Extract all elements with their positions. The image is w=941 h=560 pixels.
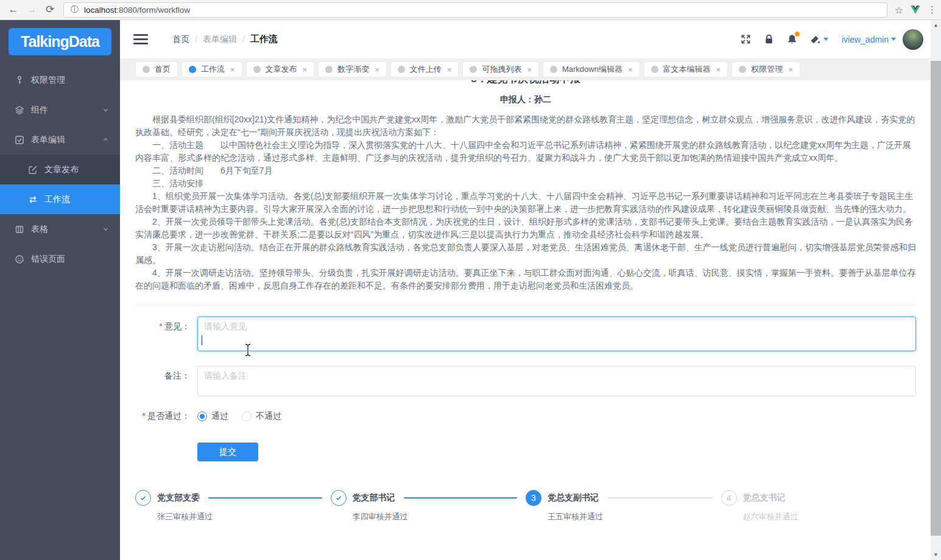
close-icon[interactable]: × (230, 65, 235, 74)
close-icon[interactable]: × (716, 65, 721, 74)
scroll-down-icon[interactable]: ▼ (931, 550, 941, 560)
sidebar-item-label: 权限管理 (31, 75, 109, 86)
close-icon[interactable]: × (375, 65, 379, 74)
step-branch-committee: 党支部支委 张三审核并通过 (135, 490, 331, 522)
tab-dot-icon (253, 66, 261, 73)
radio-label: 通过 (211, 411, 228, 422)
app-window: TalkingData 权限管理 组件 (0, 20, 931, 560)
close-icon[interactable]: × (447, 65, 452, 74)
address-bar[interactable]: ⓘ localhost:8080/form/workflow (63, 2, 887, 18)
close-icon[interactable]: × (628, 65, 633, 74)
browser-menu-icon[interactable]: ⋮ (928, 4, 934, 15)
tab-label: 首页 (155, 64, 171, 75)
opinion-input[interactable] (197, 317, 916, 351)
tab-number-gradient[interactable]: 数字渐变× (318, 61, 387, 77)
main-panel: 首页 / 表单编辑 / 工作流 (120, 20, 931, 560)
paragraph: 1、组织党员开展一次集体学习活动。各党(总)支部要组织开展一次集体学习讨论，重点… (135, 190, 916, 215)
submit-button[interactable]: 提交 (197, 443, 258, 461)
radio-reject[interactable]: 不通过 (242, 411, 281, 422)
theme-switch-icon[interactable] (809, 33, 828, 45)
paragraph: 3、开展一次走访慰问活动。结合正在开展的群众路线教育实践活动，各党总支部负责人要… (135, 241, 916, 267)
tab-dot-icon (143, 66, 150, 73)
step-title: 党支部支委 (157, 492, 200, 503)
talkingdata-logo[interactable]: TalkingData (9, 28, 111, 55)
step-connector (607, 497, 713, 499)
chevron-down-icon (823, 38, 828, 41)
scrollbar-thumb[interactable] (931, 61, 941, 536)
open-tabs-bar: 首页 工作流× 文章发布× 数字渐变× 文件上传× 可拖拽列表× Markdow… (120, 58, 931, 80)
browser-forward-icon[interactable]: → (23, 1, 40, 19)
step-title: 党支部书记 (353, 492, 395, 503)
tab-workflow[interactable]: 工作流× (182, 61, 242, 77)
tab-label: 可拖拽列表 (482, 64, 521, 75)
user-menu[interactable]: iview_admin (842, 35, 896, 44)
tab-label: Markdown编辑器 (562, 64, 622, 75)
tab-dot-icon (189, 66, 196, 73)
workflow-page: 8：建党节庆祝活动申报 申报人：孙二 根据县委组织部(组织[20xx]21)文件… (120, 80, 931, 560)
browser-reload-icon[interactable]: ⟳ (41, 1, 58, 19)
tab-label: 富文本编辑器 (663, 64, 711, 75)
tab-markdown-editor[interactable]: Markdown编辑器× (543, 61, 640, 77)
url-path: :8080/form/workflow (116, 5, 190, 15)
step-connector (208, 497, 322, 499)
close-icon[interactable]: × (788, 65, 793, 74)
close-icon[interactable]: × (527, 65, 532, 74)
sidebar-toggle-icon[interactable] (133, 34, 148, 44)
step-title: 党总支副书记 (548, 492, 599, 503)
tab-dot-icon (470, 66, 477, 73)
document-title: 8：建党节庆祝活动申报 (135, 80, 916, 85)
step-number: 4 (721, 490, 737, 506)
tab-home[interactable]: 首页 (135, 61, 178, 77)
tab-label: 文件上传 (410, 64, 442, 75)
checkbox-icon (15, 135, 24, 145)
url-text[interactable]: localhost:8080/form/workflow (84, 5, 190, 15)
bookmark-star-icon[interactable]: ☆ (895, 4, 903, 16)
chevron-down-icon (102, 226, 109, 233)
pass-label: *是否通过： (135, 411, 197, 422)
vue-devtools-icon[interactable] (911, 5, 920, 14)
avatar[interactable] (903, 29, 923, 50)
sidebar-item-components[interactable]: 组件 (0, 95, 120, 125)
sidebar-item-article-publish[interactable]: 文章发布 (0, 155, 120, 184)
tab-dot-icon (651, 66, 658, 73)
page-info-icon[interactable]: ⓘ (71, 4, 79, 15)
tab-label: 文章发布 (266, 64, 297, 75)
step-branch-secretary: 党支部书记 李四审核并通过 (331, 490, 526, 522)
tab-label: 权限管理 (751, 64, 783, 75)
page-scrollbar[interactable]: ▲ ▼ (931, 20, 941, 560)
step-check-icon (135, 490, 151, 506)
tab-file-upload[interactable]: 文件上传× (390, 61, 459, 77)
chevron-up-icon (102, 136, 109, 143)
tab-permissions[interactable]: 权限管理× (731, 61, 800, 77)
mouse-cursor (244, 343, 252, 357)
tab-article-publish[interactable]: 文章发布× (246, 61, 315, 77)
chevron-down-icon (891, 38, 896, 41)
browser-back-icon[interactable]: ← (5, 1, 22, 19)
notification-bell-icon[interactable] (786, 33, 798, 45)
tab-richtext-editor[interactable]: 富文本编辑器× (644, 61, 728, 77)
close-icon[interactable]: × (303, 65, 308, 74)
radio-pass[interactable]: 通过 (197, 411, 228, 422)
breadcrumb-form-edit[interactable]: 表单编辑 (203, 34, 237, 45)
sidebar-item-permissions[interactable]: 权限管理 (0, 65, 120, 95)
radio-selected-icon (197, 411, 207, 421)
remark-input[interactable] (197, 366, 916, 396)
lock-icon[interactable] (763, 33, 775, 45)
sidebar-item-tables[interactable]: 表格 (0, 214, 120, 244)
tab-draggable-list[interactable]: 可拖拽列表× (462, 61, 539, 77)
scroll-up-icon[interactable]: ▲ (931, 20, 941, 30)
paragraph: 4、开展一次调研走访活动。坚持领导带头、分级负责，扎实开展好调研走访活动。要真正… (135, 267, 916, 292)
swap-arrows-icon (28, 195, 38, 205)
sidebar-item-workflow[interactable]: 工作流 (0, 184, 120, 214)
approval-steps: 党支部支委 张三审核并通过 党支部书记 李四审核并通过 (135, 490, 916, 522)
sidebar-item-label: 错误页面 (31, 254, 109, 265)
step-description: 张三审核并通过 (157, 511, 331, 522)
sidebar-item-form-edit[interactable]: 表单编辑 (0, 125, 120, 155)
sidebar-item-label: 文章发布 (44, 164, 109, 175)
paragraph: 一、活动主题 以中国特色社会主义理论为指导，深入贯彻落实党的十八大、十八届四中全… (135, 139, 916, 164)
remark-label: 备注： (135, 366, 197, 396)
breadcrumb: 首页 / 表单编辑 / 工作流 (172, 33, 278, 45)
breadcrumb-home[interactable]: 首页 (172, 34, 189, 45)
sidebar-item-error-pages[interactable]: 错误页面 (0, 244, 120, 274)
fullscreen-icon[interactable] (740, 33, 752, 45)
